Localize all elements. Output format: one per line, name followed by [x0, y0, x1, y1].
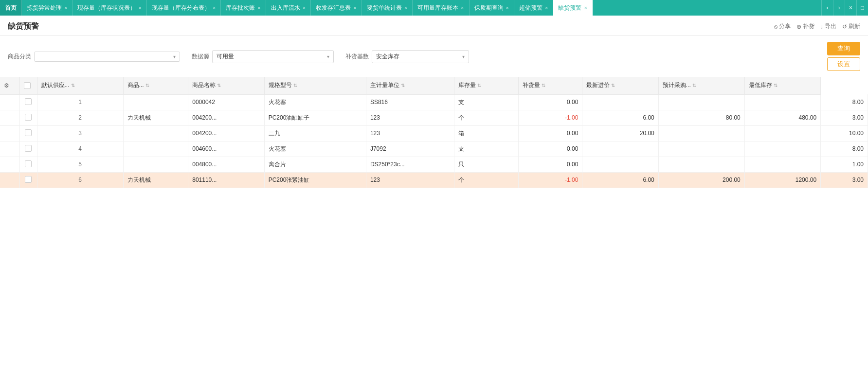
- col-latest-price[interactable]: 最新进价 ⇅: [582, 77, 658, 94]
- col-replenish-qty[interactable]: 补货量 ⇅: [518, 77, 582, 94]
- col-spec-sort-icon: ⇅: [293, 83, 297, 88]
- tab-expiry-query-close[interactable]: ×: [506, 5, 509, 11]
- tab-scroll-right-btn[interactable]: ›: [833, 0, 845, 16]
- tab-overstock-warning-close[interactable]: ×: [545, 5, 548, 11]
- col-stock-qty[interactable]: 库存量 ⇅: [454, 77, 519, 94]
- datasource-filter-group: 数据源 可用量 ▾: [192, 50, 334, 63]
- tab-batch-account[interactable]: 库存批次账 ×: [221, 0, 266, 16]
- row-checkbox[interactable]: [25, 114, 32, 121]
- col-default-supplier[interactable]: 默认供应... ⇅: [37, 77, 123, 94]
- row-product-name: 火花塞: [264, 94, 366, 110]
- row-checkbox[interactable]: [25, 98, 32, 105]
- tab-recv-send-summary-label: 收发存汇总表: [316, 4, 351, 12]
- row-stock-qty: 0.00: [518, 94, 582, 110]
- tab-order-stat[interactable]: 要货单统计表 ×: [362, 0, 413, 16]
- row-latest-price: [658, 141, 744, 157]
- row-checkbox-cell: [19, 172, 37, 188]
- row-product-name: PC200油缸缸子: [264, 110, 366, 125]
- tab-recv-send-summary-close[interactable]: ×: [353, 5, 356, 11]
- header-actions: ⎋ 分享 ⊕ 补货 ↓ 导出 ↺ 刷新: [774, 22, 860, 31]
- settings-button[interactable]: 设置: [827, 57, 860, 71]
- col-product-code[interactable]: 商品... ⇅: [123, 77, 188, 94]
- tab-inout-flow-close[interactable]: ×: [303, 5, 306, 11]
- row-checkbox[interactable]: [25, 129, 32, 136]
- export-button[interactable]: ↓ 导出: [820, 22, 836, 31]
- tab-inventory-status-close[interactable]: ×: [138, 5, 141, 11]
- row-min-stock: 10.00: [821, 125, 868, 141]
- tab-order-stat-close[interactable]: ×: [404, 5, 407, 11]
- col-min-stock-label: 最低库存: [749, 81, 772, 89]
- share-button[interactable]: ⎋ 分享: [774, 22, 791, 31]
- tab-pick-exception[interactable]: 拣货异常处理 ×: [22, 0, 72, 16]
- tab-available-book[interactable]: 可用量库存账本 ×: [413, 0, 469, 16]
- tab-overstock-warning[interactable]: 超储预警 ×: [514, 0, 553, 16]
- col-spec[interactable]: 规格型号 ⇅: [264, 77, 366, 94]
- row-latest-price: 200.00: [658, 172, 744, 188]
- tab-expiry-query[interactable]: 保质期查询 ×: [470, 0, 514, 16]
- row-product-code: 004800...: [188, 157, 264, 172]
- category-select[interactable]: ▾: [34, 52, 180, 62]
- tab-inventory-status[interactable]: 现存量（库存状况表） ×: [72, 0, 146, 16]
- row-default-supplier: [123, 157, 188, 172]
- datasource-select-value: 可用量: [217, 53, 234, 61]
- share-label: 分享: [779, 22, 791, 31]
- col-default-supplier-sort-icon: ⇅: [71, 83, 75, 88]
- tab-recv-send-summary[interactable]: 收发存汇总表 ×: [311, 0, 362, 16]
- refresh-button[interactable]: ↺ 刷新: [842, 22, 860, 31]
- tab-nav-buttons: ‹ › × □: [821, 0, 868, 16]
- tab-batch-account-close[interactable]: ×: [257, 5, 260, 11]
- row-stock-qty: 0.00: [518, 141, 582, 157]
- row-checkbox-cell: [19, 141, 37, 157]
- col-settings: ⚙: [0, 77, 19, 94]
- tab-home[interactable]: 首页: [0, 0, 22, 16]
- column-settings-icon[interactable]: ⚙: [4, 82, 9, 89]
- datasource-select[interactable]: 可用量 ▾: [212, 50, 334, 63]
- row-min-stock: 3.00: [821, 110, 868, 125]
- row-default-supplier: [123, 141, 188, 157]
- row-est-purchase: [744, 125, 820, 141]
- tab-scroll-left-btn[interactable]: ‹: [821, 0, 833, 16]
- share-icon: ⎋: [774, 23, 778, 30]
- replenish-base-select[interactable]: 安全库存 ▾: [372, 50, 469, 63]
- replenish-button[interactable]: ⊕ 补货: [796, 22, 814, 31]
- row-settings-cell: [0, 110, 19, 125]
- col-min-stock-sort-icon: ⇅: [774, 83, 778, 88]
- tab-close-btn[interactable]: ×: [845, 0, 856, 16]
- tab-available-book-close[interactable]: ×: [461, 5, 464, 11]
- tab-inventory-dist[interactable]: 现存量（库存分布表） ×: [147, 0, 221, 16]
- tab-shortage-warning-close[interactable]: ×: [584, 5, 587, 11]
- row-default-supplier: [123, 94, 188, 110]
- row-product-name: 离合片: [264, 157, 366, 172]
- row-checkbox[interactable]: [25, 145, 32, 152]
- page-title: 缺货预警: [8, 21, 39, 32]
- tab-pick-exception-close[interactable]: ×: [64, 5, 67, 11]
- col-product-name[interactable]: 商品名称 ⇅: [188, 77, 264, 94]
- row-latest-price: [658, 94, 744, 110]
- row-product-code: 004200...: [188, 110, 264, 125]
- select-all-checkbox[interactable]: [24, 82, 31, 89]
- col-est-purchase[interactable]: 预计采购... ⇅: [658, 77, 744, 94]
- row-checkbox-cell: [19, 110, 37, 125]
- tab-maximize-btn[interactable]: □: [856, 0, 868, 16]
- col-unit[interactable]: 主计量单位 ⇅: [366, 77, 454, 94]
- row-unit: 箱: [454, 125, 519, 141]
- row-num: 3: [37, 125, 123, 141]
- col-min-stock[interactable]: 最低库存 ⇅: [744, 77, 820, 94]
- tab-shortage-warning[interactable]: 缺货预警 ×: [553, 0, 592, 16]
- row-unit: 只: [454, 157, 519, 172]
- category-filter-group: 商品分类 ▾: [8, 52, 180, 62]
- table-header-row: ⚙ 默认供应... ⇅: [0, 77, 868, 94]
- export-label: 导出: [825, 22, 836, 31]
- replenish-base-filter-group: 补货基数 安全库存 ▾: [345, 50, 469, 63]
- query-button[interactable]: 查询: [827, 42, 860, 55]
- row-checkbox-cell: [19, 157, 37, 172]
- row-checkbox[interactable]: [25, 176, 32, 183]
- table-container: ⚙ 默认供应... ⇅: [0, 77, 868, 188]
- row-checkbox[interactable]: [25, 160, 32, 167]
- tab-inventory-dist-close[interactable]: ×: [213, 5, 216, 11]
- table-row: 6 力天机械 801110... PC200张紧油缸 123 个 -1.00 6…: [0, 172, 868, 188]
- row-settings-cell: [0, 157, 19, 172]
- row-product-code: 0000042: [188, 94, 264, 110]
- row-min-stock: 1.00: [821, 157, 868, 172]
- tab-inout-flow[interactable]: 出入库流水 ×: [266, 0, 311, 16]
